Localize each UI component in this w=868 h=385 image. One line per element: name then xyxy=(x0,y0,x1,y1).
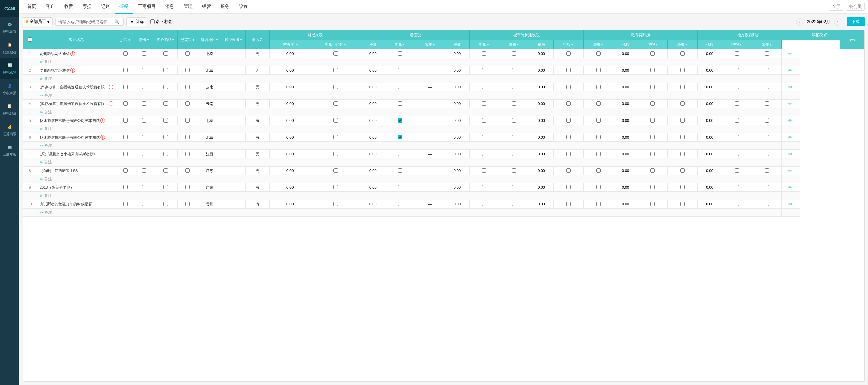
chaoshui-checkbox[interactable] xyxy=(123,68,128,72)
caibao-month-cb[interactable] xyxy=(311,83,361,91)
note-edit-icon[interactable]: ✏ xyxy=(40,76,43,81)
dfj-shenbao-cb[interactable] xyxy=(638,133,668,142)
zzs-shenbao-cb[interactable] xyxy=(385,183,415,192)
csw-jiaofei-checkbox[interactable] xyxy=(512,202,516,206)
jyf-jiaofei-checkbox[interactable] xyxy=(596,152,601,156)
chaoshui-cell[interactable] xyxy=(116,49,135,58)
yhs-jiaofei-cb[interactable] xyxy=(752,116,782,125)
csw-jiaofei-checkbox[interactable] xyxy=(512,51,516,56)
dfj-jiaofei-checkbox[interactable] xyxy=(680,118,685,123)
dfj-jiaofei-cb[interactable] xyxy=(668,116,698,125)
jyf-jiaofei-cb[interactable] xyxy=(583,116,613,125)
yiwanshui-checkbox[interactable] xyxy=(185,85,190,89)
jyf-shenbao-cb[interactable] xyxy=(554,150,584,158)
dfj-jiaofei-checkbox[interactable] xyxy=(680,101,685,106)
edit-action-icon[interactable]: ✏ xyxy=(788,101,793,106)
qingka-cell[interactable] xyxy=(135,183,154,192)
yhs-shenbao-checkbox[interactable] xyxy=(735,118,739,123)
jyf-jiaofei-cb[interactable] xyxy=(583,83,613,91)
zzs-shenbao-checkbox[interactable] xyxy=(398,202,402,206)
yhs-shenbao-cb[interactable] xyxy=(722,83,752,91)
yiwanshui-cell[interactable] xyxy=(177,116,198,125)
yiwanshui-cell[interactable] xyxy=(177,100,198,108)
dfj-jiaofei-cb[interactable] xyxy=(668,66,698,75)
date-prev-btn[interactable]: ‹ xyxy=(796,18,803,26)
caibao-month-cb[interactable] xyxy=(311,49,361,58)
nav-item-customer[interactable]: 客户 xyxy=(41,0,59,14)
chaoshui-checkbox[interactable] xyxy=(123,152,128,156)
jyf-shenbao-cb[interactable] xyxy=(554,66,584,75)
yhs-jiaofei-cb[interactable] xyxy=(752,200,782,209)
qingka-checkbox[interactable] xyxy=(142,101,146,106)
qingka-cell[interactable] xyxy=(135,49,154,58)
caibao-month-checkbox[interactable] xyxy=(333,152,338,156)
csw-jiaofei-checkbox[interactable] xyxy=(512,85,516,89)
sidebar-item-baoshuishezhi[interactable]: ⚙️ 报税设置 xyxy=(0,17,19,38)
qingka-cell[interactable] xyxy=(135,167,154,175)
dfj-shenbao-cb[interactable] xyxy=(638,66,668,75)
yhs-jiaofei-cb[interactable] xyxy=(752,49,782,58)
jyf-shenbao-checkbox[interactable] xyxy=(566,51,571,56)
khqueren-cell[interactable] xyxy=(154,49,177,58)
sidebar-item-baoshuizonglan[interactable]: 📊 报税总览 xyxy=(0,58,19,79)
yhs-shenbao-checkbox[interactable] xyxy=(735,168,739,173)
jyf-shenbao-checkbox[interactable] xyxy=(566,152,571,156)
khqueren-checkbox[interactable] xyxy=(163,68,168,72)
nav-item-guanli[interactable]: 管理 xyxy=(179,0,197,14)
zzs-shenbao-cb[interactable] xyxy=(385,200,415,209)
csw-jiaofei-cb[interactable] xyxy=(499,116,529,125)
caibao-month-checkbox[interactable] xyxy=(333,51,338,56)
dfj-jiaofei-checkbox[interactable] xyxy=(680,68,685,72)
csw-jiaofei-checkbox[interactable] xyxy=(512,135,516,139)
caibao-month-checkbox[interactable] xyxy=(333,101,338,106)
yhs-jiaofei-cb[interactable] xyxy=(752,183,782,192)
yhs-shenbao-cb[interactable] xyxy=(722,200,752,209)
csw-shenbao-cb[interactable] xyxy=(469,66,499,75)
caibao-month-cb[interactable] xyxy=(311,150,361,158)
note-edit-icon[interactable]: ✏ xyxy=(40,127,43,131)
jyf-shenbao-cb[interactable] xyxy=(554,200,584,209)
csw-jiaofei-cb[interactable] xyxy=(499,133,529,142)
zzs-shenbao-checkbox[interactable] xyxy=(398,85,402,89)
khqueren-checkbox[interactable] xyxy=(163,168,168,173)
fullscreen-btn[interactable]: 全屏 xyxy=(829,3,843,11)
dfj-shenbao-checkbox[interactable] xyxy=(650,185,655,189)
edit-action-icon[interactable]: ✏ xyxy=(788,84,793,90)
note-edit-icon[interactable]: ✏ xyxy=(40,210,43,215)
qingka-checkbox[interactable] xyxy=(142,118,146,123)
yiwanshui-checkbox[interactable] xyxy=(185,51,190,56)
qingka-checkbox[interactable] xyxy=(142,85,146,89)
dfj-jiaofei-checkbox[interactable] xyxy=(680,51,685,56)
chaoshui-cell[interactable] xyxy=(116,66,135,75)
dfj-shenbao-checkbox[interactable] xyxy=(650,101,655,106)
yhs-jiaofei-cb[interactable] xyxy=(752,133,782,142)
nav-item-shezhi[interactable]: 设置 xyxy=(234,0,253,14)
qingka-checkbox[interactable] xyxy=(142,152,146,156)
jyf-shenbao-checkbox[interactable] xyxy=(566,68,571,72)
qingka-cell[interactable] xyxy=(135,116,154,125)
download-button[interactable]: 下载 xyxy=(847,17,865,26)
qingka-cell[interactable] xyxy=(135,66,154,75)
chaoshui-checkbox[interactable] xyxy=(123,185,128,189)
dfj-shenbao-cb[interactable] xyxy=(638,200,668,209)
caibao-month-checkbox[interactable] xyxy=(333,168,338,173)
dfj-shenbao-cb[interactable] xyxy=(638,49,668,58)
yhs-shenbao-cb[interactable] xyxy=(722,167,752,175)
chaoshui-cell[interactable] xyxy=(116,200,135,209)
qingka-cell[interactable] xyxy=(135,200,154,209)
zzs-shenbao-checkbox[interactable] xyxy=(398,101,402,106)
yhs-jiaofei-checkbox[interactable] xyxy=(765,85,769,89)
yhs-jiaofei-cb[interactable] xyxy=(752,66,782,75)
csw-jiaofei-checkbox[interactable] xyxy=(512,118,516,123)
jyf-shenbao-cb[interactable] xyxy=(554,116,584,125)
note-edit-icon[interactable]: ✏ xyxy=(40,194,43,198)
jyf-shenbao-cb[interactable] xyxy=(554,49,584,58)
qingka-checkbox[interactable] xyxy=(142,202,146,206)
yiwanshui-cell[interactable] xyxy=(177,167,198,175)
csw-shenbao-cb[interactable] xyxy=(469,200,499,209)
chaoshui-cell[interactable] xyxy=(116,100,135,108)
yiwanshui-checkbox[interactable] xyxy=(185,202,190,206)
yiwanshui-cell[interactable] xyxy=(177,49,198,58)
yhs-shenbao-checkbox[interactable] xyxy=(735,68,739,72)
dfj-shenbao-checkbox[interactable] xyxy=(650,68,655,72)
